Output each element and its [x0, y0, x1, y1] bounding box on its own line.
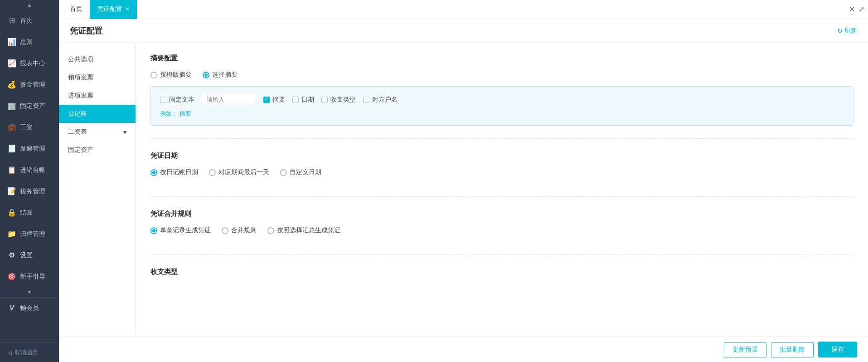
template-summary-radio-label[interactable]: 按模版摘要	[150, 71, 192, 79]
tax-icon: 📝	[7, 187, 16, 196]
page-content: 凭证配置 ↻ 刷新 公共选项 销项发票 进项发票 日记账	[59, 19, 868, 362]
tab-bar-controls: ✕ ⤢	[849, 5, 864, 14]
reports-icon: 📈	[7, 59, 16, 68]
close-window-icon[interactable]: ✕	[849, 5, 855, 14]
merge-radio-group: 单条记录生成凭证 合并规则 按照选择汇总生成凭证	[150, 226, 853, 235]
settings-icon: ⚙	[7, 251, 16, 259]
select-summary-gen-radio[interactable]	[267, 227, 274, 234]
income-expense-section-title: 收支类型	[150, 268, 853, 276]
tab-home[interactable]: 首页	[63, 0, 90, 19]
sidebar-item-salary[interactable]: 💼 工资	[0, 117, 59, 138]
income-expense-checkbox-label[interactable]: 收支类型	[321, 96, 356, 104]
fixed-text-checkbox[interactable]	[160, 97, 166, 103]
select-summary-radio-label[interactable]: 选择摘要	[203, 71, 238, 79]
date-section: 凭证日期 按日记账日期 对应期间最后一天 自定义日期	[150, 152, 853, 197]
abstract-checkbox[interactable]	[263, 97, 270, 103]
sidebar-item-funds[interactable]: 💰 资金管理	[0, 74, 59, 95]
content-area: 公共选项 销项发票 进项发票 日记账 工资表 ▾ 固定资产	[59, 43, 868, 337]
save-button[interactable]: 保存	[818, 342, 857, 357]
left-nav-journal[interactable]: 日记账	[59, 105, 136, 123]
assets-icon: 🏢	[7, 102, 16, 110]
sidebar: ▲ ⊞ 首页 📊 总账 📈 报表中心 💰 资金管理 🏢 固定资产 💼 工资 🧾 …	[0, 0, 59, 362]
left-nav-fixed-assets[interactable]: 固定资产	[59, 141, 136, 159]
income-expense-checkbox[interactable]	[321, 97, 328, 103]
summary-radio-group: 按模版摘要 选择摘要	[150, 71, 853, 79]
fixed-text-input[interactable]	[202, 94, 256, 105]
sidebar-item-assets[interactable]: 🏢 固定资产	[0, 95, 59, 117]
journal-date-radio-label[interactable]: 按日记账日期	[150, 168, 198, 176]
period-last-day-radio[interactable]	[209, 169, 216, 176]
sidebar-scroll-down[interactable]: ▼	[0, 287, 59, 297]
sidebar-item-invoice[interactable]: 🧾 发票管理	[0, 138, 59, 159]
home-icon: ⊞	[7, 16, 16, 25]
summary-config-box: 固定文本 摘要 日期	[150, 86, 853, 126]
select-summary-radio[interactable]	[203, 72, 209, 78]
tab-bar: 首页 凭证配置 ✕ ✕ ⤢	[59, 0, 868, 19]
right-panel: 摘要配置 按模版摘要 选择摘要	[136, 43, 868, 337]
left-nav-public[interactable]: 公共选项	[59, 50, 136, 68]
summary-checkbox-row: 固定文本 摘要 日期	[160, 94, 844, 105]
sidebar-item-settings[interactable]: ⚙ 设置	[0, 245, 59, 266]
counterpart-checkbox[interactable]	[363, 97, 369, 103]
invoice-icon: 🧾	[7, 144, 16, 153]
journal-date-radio[interactable]	[150, 169, 157, 176]
purchasesales-icon: 📋	[7, 166, 16, 174]
salary-icon: 💼	[7, 123, 16, 132]
merge-rule-radio[interactable]	[222, 227, 228, 234]
main-area: 首页 凭证配置 ✕ ✕ ⤢ 凭证配置 ↻ 刷新 公共选项	[59, 0, 868, 362]
example-text: 例如： 摘要	[160, 110, 844, 118]
sidebar-item-reports[interactable]: 📈 报表中心	[0, 53, 59, 74]
summary-section-title: 摘要配置	[150, 54, 853, 63]
sidebar-item-member[interactable]: V 畅会员	[0, 297, 59, 318]
page-title: 凭证配置	[70, 25, 102, 36]
abstract-checkbox-label[interactable]: 摘要	[263, 96, 285, 104]
sidebar-scroll-up[interactable]: ▲	[0, 0, 59, 10]
merge-rule-radio-label[interactable]: 合并规则	[222, 226, 257, 235]
left-nav-payroll[interactable]: 工资表 ▾	[59, 123, 136, 141]
expand-window-icon[interactable]: ⤢	[858, 5, 864, 14]
date-checkbox[interactable]	[292, 97, 299, 103]
left-nav: 公共选项 销项发票 进项发票 日记账 工资表 ▾ 固定资产	[59, 43, 136, 337]
sidebar-item-guide[interactable]: 🎯 新手引导	[0, 266, 59, 287]
update-preset-button[interactable]: 更新预置	[724, 342, 766, 357]
unpin-sidebar-button[interactable]: ◁ 取消固定	[0, 342, 59, 362]
left-nav-purchase-invoice[interactable]: 进项发票	[59, 87, 136, 105]
archive-icon: 📁	[7, 230, 16, 238]
template-summary-radio[interactable]	[150, 72, 157, 78]
left-nav-sales-invoice[interactable]: 销项发票	[59, 68, 136, 87]
single-record-radio-label[interactable]: 单条记录生成凭证	[150, 226, 211, 235]
period-last-day-radio-label[interactable]: 对应期间最后一天	[209, 168, 269, 176]
date-radio-group: 按日记账日期 对应期间最后一天 自定义日期	[150, 168, 853, 176]
counterpart-checkbox-label[interactable]: 对方户名	[363, 96, 398, 104]
merge-section: 凭证合并规则 单条记录生成凭证 合并规则 按照选择汇总生成凭证	[150, 210, 853, 255]
sidebar-item-tax[interactable]: 📝 税务管理	[0, 181, 59, 202]
sidebar-item-closing[interactable]: 🔒 结账	[0, 202, 59, 223]
select-summary-gen-radio-label[interactable]: 按照选择汇总生成凭证	[267, 226, 340, 235]
tab-close-icon[interactable]: ✕	[125, 6, 130, 12]
custom-date-radio-label[interactable]: 自定义日期	[280, 168, 321, 176]
sidebar-item-archive[interactable]: 📁 归档管理	[0, 223, 59, 245]
bottom-action-bar: 更新预置 批量删除 保存	[59, 337, 868, 362]
income-expense-section: 收支类型	[150, 268, 853, 297]
refresh-button[interactable]: ↻ 刷新	[837, 27, 857, 35]
date-section-title: 凭证日期	[150, 152, 853, 160]
single-record-radio[interactable]	[150, 227, 157, 234]
sidebar-item-home[interactable]: ⊞ 首页	[0, 10, 59, 31]
ledger-icon: 📊	[7, 38, 16, 46]
tab-voucher-config[interactable]: 凭证配置 ✕	[90, 0, 137, 19]
sidebar-item-purchasesales[interactable]: 📋 进销台账	[0, 159, 59, 181]
funds-icon: 💰	[7, 80, 16, 89]
pin-icon: ◁	[7, 349, 12, 356]
chevron-down-icon: ▾	[123, 128, 126, 136]
page-header: 凭证配置 ↻ 刷新	[59, 19, 868, 43]
batch-delete-button[interactable]: 批量删除	[771, 342, 814, 357]
date-checkbox-label[interactable]: 日期	[292, 96, 314, 104]
guide-icon: 🎯	[7, 272, 16, 281]
refresh-icon: ↻	[837, 27, 843, 34]
custom-date-radio[interactable]	[280, 169, 287, 176]
summary-section: 摘要配置 按模版摘要 选择摘要	[150, 54, 853, 139]
fixed-text-checkbox-label[interactable]: 固定文本	[160, 96, 194, 104]
merge-section-title: 凭证合并规则	[150, 210, 853, 218]
sidebar-item-ledger[interactable]: 📊 总账	[0, 31, 59, 53]
closing-icon: 🔒	[7, 208, 16, 217]
